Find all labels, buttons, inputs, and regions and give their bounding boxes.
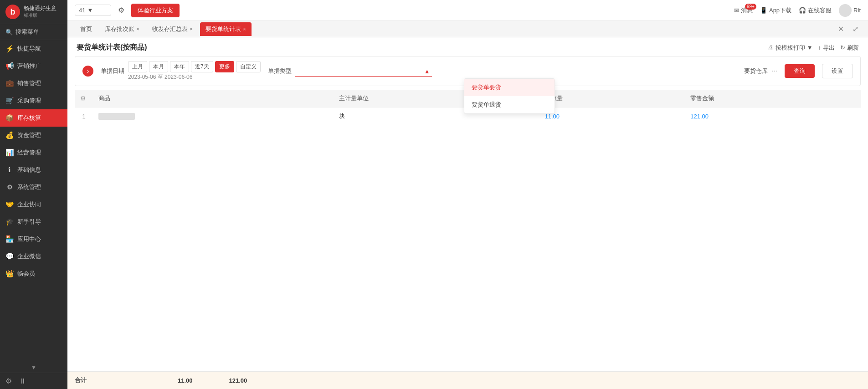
sidebar-item-企业微信[interactable]: 💬 企业微信 [0, 248, 67, 265]
close-tab-btn[interactable]: ✕ [835, 24, 846, 35]
topbar-settings-btn[interactable]: ⚙ [115, 4, 128, 17]
nav-icon-4: 📦 [5, 114, 14, 122]
tab-label-3: 要货单统计表 [205, 25, 241, 33]
messages-button[interactable]: ✉ 消息 99+ [734, 6, 753, 15]
sidebar-item-营销推广[interactable]: 📢 营销推广 [0, 57, 67, 75]
nav-icon-8: ⚙ [5, 183, 14, 191]
filter-expand-btn[interactable]: › [82, 66, 93, 77]
warehouse-more-icon[interactable]: ··· [771, 67, 777, 75]
row-product-0: ████ ██ [93, 107, 334, 125]
app-download-button[interactable]: 📱 App下载 [760, 6, 791, 15]
tab-0[interactable]: 首页 [75, 22, 98, 36]
dropdown-item-1[interactable]: 要货单退货 [464, 96, 555, 113]
topbar-left: 41 ▼ ⚙ 体验行业方案 [75, 4, 729, 17]
logo-area: b 畅捷通好生意 标准版 [0, 0, 67, 24]
nav-icon-9: 🤝 [5, 200, 14, 209]
custom-btn[interactable]: 自定义 [236, 61, 261, 72]
sidebar-item-畅会员[interactable]: 👑 畅会员 [0, 265, 67, 282]
print-button[interactable]: 🖨 按模板打印 ▼ [768, 44, 813, 52]
type-filter-group: 单据类型 ▲ 要货单要货 要货单退货 [268, 66, 737, 77]
nav-label-12: 企业微信 [17, 252, 41, 261]
table-header-quantity: 主数量 [539, 90, 685, 107]
tab-close-3[interactable]: × [243, 26, 246, 32]
type-filter-label: 单据类型 [268, 67, 292, 75]
this-year-btn[interactable]: 本年 [170, 61, 189, 72]
sidebar-item-采购管理[interactable]: 🛒 采购管理 [0, 92, 67, 109]
messages-badge: 99+ [745, 4, 756, 10]
nav-icon-5: 💰 [5, 131, 14, 139]
tab-close-2[interactable]: × [190, 26, 193, 32]
app-download-label: App下载 [769, 6, 791, 15]
trial-button[interactable]: 体验行业方案 [131, 4, 180, 17]
tab-label-1: 库存批次账 [105, 25, 134, 33]
topbar: 41 ▼ ⚙ 体验行业方案 ✉ 消息 99+ 📱 App下载 🎧 在线客服 [67, 0, 868, 21]
search-icon: 🔍 [5, 29, 13, 36]
warehouse-filter-label: 要货仓库 [744, 67, 768, 75]
search-menu-label: 搜索菜单 [15, 28, 39, 36]
search-menu-button[interactable]: 🔍 搜索菜单 [0, 24, 67, 40]
user-avatar [839, 4, 852, 17]
service-label: 在线客服 [808, 6, 832, 15]
nav-icon-2: 💼 [5, 79, 14, 87]
this-month-btn[interactable]: 本月 [149, 61, 168, 72]
tab-label-0: 首页 [80, 25, 92, 33]
date-buttons: 上月 本月 本年 近7天 更多 自定义 [128, 61, 261, 72]
settings-icon[interactable]: ⚙ [5, 377, 12, 385]
export-button[interactable]: ↑ 导出 [818, 44, 835, 52]
user-avatar-button[interactable]: Rit [839, 4, 861, 17]
tab-3[interactable]: 要货单统计表 × [200, 22, 252, 36]
online-service-button[interactable]: 🎧 在线客服 [799, 6, 832, 15]
summary-values: 11.00 121.00 [178, 377, 247, 384]
sidebar-item-新手引导[interactable]: 🎓 新手引导 [0, 213, 67, 230]
sidebar: b 畅捷通好生意 标准版 🔍 搜索菜单 ⚡ 快捷导航 📢 营销推广 💼 销售管理… [0, 0, 67, 389]
table-header-settings: ⚙ [75, 90, 93, 107]
maximize-tab-btn[interactable]: ⤢ [850, 24, 861, 35]
sidebar-item-资金管理[interactable]: 💰 资金管理 [0, 127, 67, 144]
tab-2[interactable]: 收发存汇总表 × [147, 22, 198, 36]
sidebar-item-快捷导航[interactable]: ⚡ 快捷导航 [0, 40, 67, 57]
type-select-wrapper: ▲ 要货单要货 要货单退货 [295, 66, 432, 77]
refresh-button[interactable]: ↻ 刷新 [840, 44, 859, 52]
nav-icon-1: 📢 [5, 62, 14, 70]
more-btn[interactable]: 更多 [215, 61, 234, 72]
store-selector[interactable]: 41 ▼ [75, 5, 111, 16]
type-select-input[interactable] [295, 66, 432, 77]
prev-month-btn[interactable]: 上月 [128, 61, 147, 72]
sidebar-item-经营管理[interactable]: 📊 经营管理 [0, 144, 67, 161]
logo-sub: 标准版 [24, 12, 56, 19]
tab-1[interactable]: 库存批次账 × [99, 22, 145, 36]
dropdown-item-0[interactable]: 要货单要货 [464, 79, 555, 96]
tab-label-2: 收发存汇总表 [152, 25, 188, 33]
sidebar-item-企业协同[interactable]: 🤝 企业协同 [0, 196, 67, 213]
refresh-label: 刷新 [847, 44, 859, 52]
table-header-product: 商品 [93, 90, 334, 107]
warehouse-filter-group: 要货仓库 ··· [744, 67, 777, 75]
print-label: 按模板打印 [776, 44, 805, 52]
sidebar-item-销售管理[interactable]: 💼 销售管理 [0, 75, 67, 92]
sidebar-scroll-down[interactable]: ▼ [0, 363, 67, 373]
print-dropdown-icon: ▼ [807, 44, 813, 51]
tab-close-1[interactable]: × [136, 26, 139, 32]
nav-label-13: 畅会员 [17, 270, 35, 278]
nav-label-8: 系统管理 [17, 183, 41, 191]
query-button[interactable]: 查询 [785, 64, 815, 78]
row-quantity-0: 11.00 [539, 107, 685, 125]
collapse-icon[interactable]: ⏸ [19, 377, 26, 385]
store-dropdown-icon: ▼ [87, 7, 93, 14]
tabbar-actions: ✕ ⤢ [835, 24, 861, 35]
nav-label-3: 采购管理 [17, 97, 41, 105]
sidebar-item-系统管理[interactable]: ⚙ 系统管理 [0, 179, 67, 196]
type-select-arrow-icon[interactable]: ▲ [424, 68, 430, 75]
sidebar-item-基础信息[interactable]: ℹ 基础信息 [0, 161, 67, 179]
sidebar-item-应用中心[interactable]: 🏪 应用中心 [0, 230, 67, 248]
page-actions: 🖨 按模板打印 ▼ ↑ 导出 ↻ 刷新 [768, 44, 859, 52]
sidebar-item-库存核算[interactable]: 📦 库存核算 [0, 109, 67, 127]
nav-icon-7: ℹ [5, 166, 14, 174]
store-number: 41 [79, 7, 85, 14]
table-settings-icon[interactable]: ⚙ [80, 95, 86, 102]
user-name: Rit [853, 7, 861, 14]
recent7-btn[interactable]: 近7天 [191, 61, 213, 72]
summary-quantity: 11.00 [178, 377, 193, 384]
settings-icon: ⚙ [118, 6, 124, 15]
set-button[interactable]: 设置 [822, 64, 853, 78]
